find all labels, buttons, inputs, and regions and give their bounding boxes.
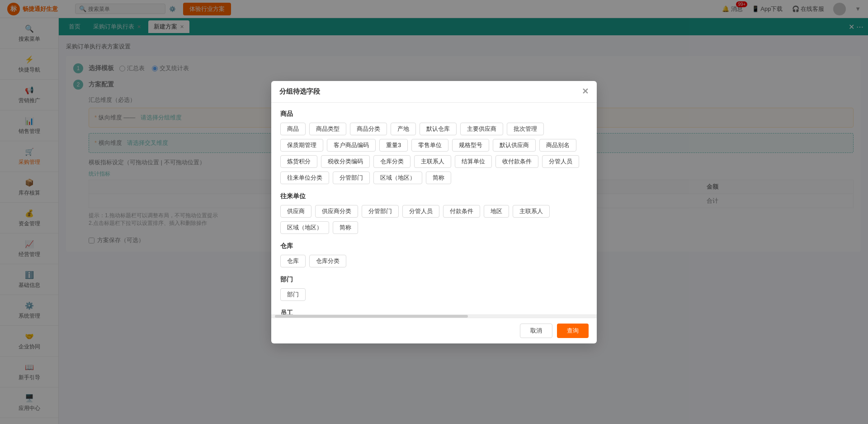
- tag-retail-unit[interactable]: 零售单位: [411, 139, 448, 152]
- tag-region[interactable]: 区域（地区）: [373, 172, 422, 184]
- modal-body[interactable]: 商品 商品 商品类型 商品分类 产地 默认仓库 主要供应商 批次管理 保质期管理…: [271, 103, 597, 314]
- tag-customer-code[interactable]: 客户商品编码: [327, 139, 376, 152]
- tag-managed-dept[interactable]: 分管部门: [362, 205, 399, 218]
- tag-warehouse-category[interactable]: 仓库分类: [309, 255, 346, 267]
- section-department: 部门 部门: [280, 276, 588, 301]
- tag-supplier[interactable]: 供应商: [280, 205, 311, 218]
- tag-settlement-unit[interactable]: 结算单位: [455, 155, 492, 168]
- tag-abbr2[interactable]: 简称: [333, 221, 358, 234]
- tag-department[interactable]: 部门: [280, 288, 306, 301]
- section-employee: 员工 业务员: [280, 309, 588, 314]
- warehouse-tags: 仓库 仓库分类: [280, 255, 588, 267]
- tag-contact[interactable]: 主联系人: [513, 205, 550, 218]
- section-counterpart: 往来单位 供应商 供应商分类 分管部门 分管人员 付款条件 地区 主联系人 区域…: [280, 192, 588, 234]
- modal-horizontal-scrollbar[interactable]: [271, 314, 597, 318]
- department-tags: 部门: [280, 288, 588, 301]
- modal: 分组待选字段 ✕ 商品 商品 商品类型 商品分类 产地 默认仓库 主要供应商 批…: [271, 81, 597, 343]
- tag-weight[interactable]: 重量3: [379, 139, 408, 152]
- tag-default-warehouse[interactable]: 默认仓库: [420, 123, 457, 135]
- tag-goods-category[interactable]: 商品分类: [350, 123, 387, 135]
- tag-warehouse[interactable]: 仓库: [280, 255, 306, 267]
- tag-counterpart-cat[interactable]: 往来单位分类: [280, 172, 329, 184]
- section-warehouse: 仓库 仓库 仓库分类: [280, 242, 588, 267]
- counterpart-tags: 供应商 供应商分类 分管部门 分管人员 付款条件 地区 主联系人 区域（地区） …: [280, 205, 588, 234]
- tag-area[interactable]: 地区: [484, 205, 509, 218]
- section-department-title: 部门: [280, 276, 588, 284]
- tag-abbr[interactable]: 简称: [426, 172, 451, 184]
- section-counterpart-title: 往来单位: [280, 192, 588, 200]
- tag-refine-points[interactable]: 炼货积分: [280, 155, 317, 168]
- tag-goods-type[interactable]: 商品类型: [309, 123, 346, 135]
- tag-managed-person[interactable]: 分管人员: [402, 205, 439, 218]
- tag-goods[interactable]: 商品: [280, 123, 306, 135]
- modal-close-button[interactable]: ✕: [582, 87, 589, 95]
- tag-warehouse-cat[interactable]: 仓库分类: [373, 155, 410, 168]
- modal-title: 分组待选字段: [279, 87, 320, 96]
- cancel-button[interactable]: 取消: [520, 324, 552, 338]
- section-employee-title: 员工: [280, 309, 588, 314]
- tag-tax-code[interactable]: 税收分类编码: [321, 155, 370, 168]
- tag-supplier-cat[interactable]: 供应商分类: [315, 205, 358, 218]
- tag-spec-model[interactable]: 规格型号: [452, 139, 489, 152]
- modal-overlay: 分组待选字段 ✕ 商品 商品 商品类型 商品分类 产地 默认仓库 主要供应商 批…: [0, 0, 868, 424]
- tag-supervisor[interactable]: 分管人员: [542, 155, 579, 168]
- section-goods-title: 商品: [280, 110, 588, 118]
- tag-goods-alias[interactable]: 商品别名: [539, 139, 576, 152]
- tag-main-supplier[interactable]: 主要供应商: [460, 123, 503, 135]
- tag-batch-mgmt[interactable]: 批次管理: [507, 123, 544, 135]
- confirm-button[interactable]: 查询: [557, 324, 589, 338]
- section-goods: 商品 商品 商品类型 商品分类 产地 默认仓库 主要供应商 批次管理 保质期管理…: [280, 110, 588, 184]
- tag-default-supplier[interactable]: 默认供应商: [493, 139, 536, 152]
- tag-payment-terms[interactable]: 收付款条件: [495, 155, 538, 168]
- tag-dept[interactable]: 分管部门: [333, 172, 370, 184]
- tag-main-contact[interactable]: 主联系人: [414, 155, 451, 168]
- modal-footer: 取消 查询: [271, 318, 597, 343]
- modal-header: 分组待选字段 ✕: [271, 81, 597, 103]
- tag-payment-cond[interactable]: 付款条件: [443, 205, 480, 218]
- goods-tags: 商品 商品类型 商品分类 产地 默认仓库 主要供应商 批次管理 保质期管理 客户…: [280, 123, 588, 184]
- tag-origin[interactable]: 产地: [391, 123, 416, 135]
- section-warehouse-title: 仓库: [280, 242, 588, 250]
- tag-region2[interactable]: 区域（地区）: [280, 221, 329, 234]
- tag-shelf-life[interactable]: 保质期管理: [280, 139, 323, 152]
